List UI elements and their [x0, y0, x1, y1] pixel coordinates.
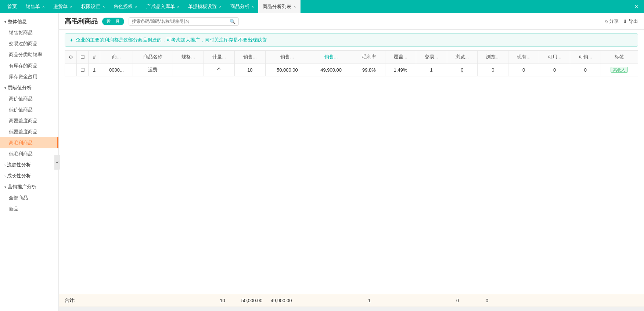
- tag-badge: 高收入: [611, 67, 628, 73]
- col-tag-header[interactable]: 标签: [601, 51, 638, 64]
- search-icon[interactable]: 🔍: [230, 19, 235, 24]
- col-browse2-header[interactable]: 浏览...: [478, 51, 508, 64]
- sidebar-item-all-goods[interactable]: 全部商品: [0, 192, 58, 203]
- cell-num: 1: [89, 64, 100, 76]
- col-sellable-header[interactable]: 可销...: [570, 51, 601, 64]
- sidebar-item-low-margin[interactable]: 低毛利商品: [0, 148, 58, 159]
- page-title: 高毛利商品: [65, 17, 98, 26]
- header-actions: ⎋ 分享 ⬇ 导出: [605, 18, 638, 25]
- nav-tab-analysis-list-close[interactable]: ×: [294, 4, 296, 9]
- cell-available: 0: [539, 64, 570, 76]
- col-spec-header[interactable]: 规格...: [173, 51, 204, 64]
- sidebar-item-low-coverage[interactable]: 低覆盖度商品: [0, 126, 58, 137]
- sidebar-item-stock-capital[interactable]: 库存资金占用: [0, 71, 58, 82]
- nav-tab-purchase[interactable]: 进货单 ×: [49, 0, 76, 13]
- main-area: ▾ 整体信息 销售货商品 交易过的商品 商品分类助销率 有库存的商品 库存资金占…: [0, 13, 644, 311]
- share-button[interactable]: ⎋ 分享: [605, 18, 619, 25]
- nav-tab-template-close[interactable]: ×: [219, 4, 221, 9]
- table-footer: 合计: 10 50,000.00 49,900.00 1 0 0: [59, 294, 644, 307]
- sidebar-group-trend-label: 流趋性分析: [7, 162, 31, 168]
- scrollbar-track: [59, 307, 644, 311]
- nav-tab-template[interactable]: 单据模板设置 ×: [184, 0, 226, 13]
- sidebar-group-growth[interactable]: › 成长性分析: [0, 170, 58, 181]
- sidebar-item-traded-goods[interactable]: 交易过的商品: [0, 38, 58, 49]
- cell-checkbox[interactable]: ☐: [77, 64, 89, 76]
- cell-spec: [173, 64, 204, 76]
- sidebar-group-trend[interactable]: › 流趋性分析: [0, 159, 58, 170]
- sidebar-collapse-button[interactable]: «: [54, 155, 60, 170]
- col-sales-amount-header[interactable]: 销售...: [265, 51, 309, 64]
- nav-close-all-button[interactable]: ×: [632, 3, 641, 10]
- footer-sales-cost: 49,900.00: [267, 298, 296, 303]
- cell-current-stock: 0: [508, 64, 539, 76]
- sidebar-item-stock-goods[interactable]: 有库存的商品: [0, 60, 58, 71]
- footer-sales-amount: 50,000.00: [237, 298, 267, 303]
- sidebar-item-low-value[interactable]: 低价值商品: [0, 104, 58, 115]
- bottom-scrollbar[interactable]: [59, 307, 644, 311]
- col-code-header[interactable]: 商...: [100, 51, 133, 64]
- cell-browse1[interactable]: 0: [447, 64, 478, 76]
- col-settings-header[interactable]: ⚙: [65, 51, 77, 64]
- col-available-header[interactable]: 可用...: [539, 51, 570, 64]
- sidebar-group-marketing[interactable]: ▾ 营销推广分析: [0, 181, 58, 192]
- search-box: 🔍: [129, 17, 239, 26]
- cell-tag: 高收入: [601, 64, 638, 76]
- sidebar: ▾ 整体信息 销售货商品 交易过的商品 商品分类助销率 有库存的商品 库存资金占…: [0, 13, 59, 311]
- footer-label: 合计:: [65, 297, 76, 304]
- table-header-row: ⚙ ☐ # 商... 商品名称 规格... 计量... 销售... 销售... …: [65, 51, 638, 64]
- nav-tab-sales[interactable]: 销售单 ×: [21, 0, 49, 13]
- nav-tab-sales-close[interactable]: ×: [42, 4, 44, 9]
- sidebar-group-overview[interactable]: ▾ 整体信息: [0, 16, 58, 27]
- col-sales-cost-header[interactable]: 销售...: [309, 51, 353, 64]
- footer-sales-qty: 10: [208, 298, 237, 303]
- col-coverage-header[interactable]: 覆盖...: [385, 51, 416, 64]
- search-input[interactable]: [132, 19, 230, 24]
- nav-tab-analysis[interactable]: 商品分析 ×: [226, 0, 258, 13]
- nav-tab-template-label: 单据模板设置: [188, 3, 217, 10]
- nav-tab-analysis-list[interactable]: 商品分析列表 ×: [258, 0, 300, 13]
- sidebar-group-contribution[interactable]: ▾ 贡献值分析: [0, 82, 58, 93]
- info-icon: ✦: [69, 37, 73, 43]
- nav-tab-role-close[interactable]: ×: [135, 4, 137, 9]
- cell-code: 0000...: [100, 64, 133, 76]
- nav-tab-analysis-close[interactable]: ×: [252, 4, 254, 9]
- browse1-link[interactable]: 0: [461, 67, 463, 73]
- export-button[interactable]: ⬇ 导出: [623, 18, 638, 25]
- sidebar-item-high-margin[interactable]: 高毛利商品: [0, 137, 58, 148]
- nav-tab-purchase-label: 进货单: [53, 3, 68, 10]
- nav-tab-purchase-close[interactable]: ×: [70, 4, 72, 9]
- col-trade-header[interactable]: 交易...: [416, 51, 447, 64]
- sidebar-item-category-sales[interactable]: 商品分类助销率: [0, 49, 58, 60]
- nav-tab-permission[interactable]: 权限设置 ×: [77, 0, 109, 13]
- sidebar-item-high-value[interactable]: 高价值商品: [0, 93, 58, 104]
- col-unit-header[interactable]: 计量...: [204, 51, 235, 64]
- nav-tab-analysis-label: 商品分析: [230, 3, 249, 10]
- nav-tab-role[interactable]: 角色授权 ×: [109, 0, 141, 13]
- sidebar-item-new-goods[interactable]: 新品: [0, 203, 58, 214]
- cell-sellable: 0: [570, 64, 601, 76]
- period-button[interactable]: 近一月: [102, 18, 124, 25]
- cell-sales-cost: 49,900.00: [309, 64, 353, 76]
- nav-tab-role-label: 角色授权: [114, 3, 133, 10]
- info-text: 企业的主要的利润都是这部分商品创造的，可考虑加大推广，同时关注库存是不要出现缺货: [76, 37, 267, 43]
- nav-tab-home[interactable]: 首页: [3, 0, 21, 13]
- col-name-header[interactable]: 商品名称: [133, 51, 173, 64]
- cell-unit: 个: [204, 64, 235, 76]
- sidebar-wrapper: ▾ 整体信息 销售货商品 交易过的商品 商品分类助销率 有库存的商品 库存资金占…: [0, 13, 59, 311]
- sidebar-item-high-coverage[interactable]: 高覆盖度商品: [0, 115, 58, 126]
- nav-tab-stock-in-close[interactable]: ×: [177, 4, 179, 9]
- col-checkbox-header[interactable]: ☐: [77, 51, 89, 64]
- nav-tab-stock-in-label: 产成品入库单: [146, 3, 175, 10]
- collapse-icon: «: [56, 159, 58, 165]
- share-icon: ⎋: [605, 19, 608, 24]
- nav-tab-sales-label: 销售单: [26, 3, 40, 10]
- col-gross-margin-header[interactable]: 毛利率: [353, 51, 385, 64]
- nav-tab-permission-close[interactable]: ×: [102, 4, 105, 9]
- cell-browse2: 0: [478, 64, 508, 76]
- col-sales-qty-header[interactable]: 销售...: [234, 51, 265, 64]
- col-current-stock-header[interactable]: 现有...: [508, 51, 539, 64]
- arrow-marketing: ▾: [4, 185, 6, 189]
- col-browse1-header[interactable]: 浏览...: [447, 51, 478, 64]
- sidebar-item-sales-goods[interactable]: 销售货商品: [0, 27, 58, 38]
- nav-tab-stock-in[interactable]: 产成品入库单 ×: [142, 0, 184, 13]
